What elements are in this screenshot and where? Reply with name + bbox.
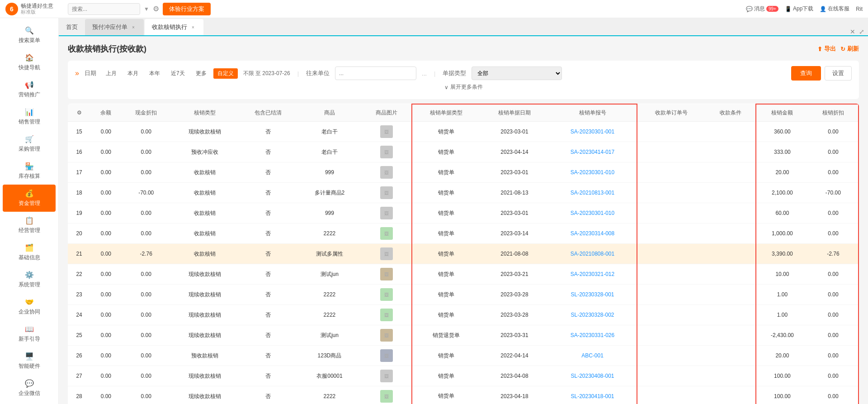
export-btn[interactable]: ⬆ 导出: [817, 45, 836, 53]
tab-expand-icon[interactable]: ⤢: [859, 28, 864, 35]
cell-writeoff-date: 2021-08-13: [481, 183, 548, 203]
cell-writeoff-no: SA-20230314-008: [548, 223, 637, 244]
sidebar-item-system[interactable]: ⚙️ 系统管理: [0, 266, 58, 293]
gear-icon[interactable]: ⚙: [153, 5, 159, 13]
sidebar-item-wechat[interactable]: 💬 企业微信: [0, 375, 58, 402]
cell-writeoff-discount: 0.00: [808, 122, 859, 142]
cell-balance: 0.00: [90, 183, 121, 203]
user-avatar[interactable]: Rit: [856, 6, 863, 12]
sidebar-item-quicknav[interactable]: 🏠 快捷导航: [0, 49, 58, 76]
date-btn-this-year[interactable]: 本年: [145, 68, 164, 79]
sidebar-item-finance[interactable]: 💰 资金管理: [3, 185, 56, 212]
tab-prepay[interactable]: 预付冲应付单 ×: [85, 19, 144, 35]
sidebar-item-label: 库存核算: [19, 172, 40, 180]
guide-icon: 📖: [25, 325, 34, 333]
refresh-btn[interactable]: ↻ 刷新: [840, 45, 859, 53]
top-right: 💬 消息 99+ 📱 App下载 👤 在线客服 Rit: [746, 5, 863, 13]
sidebar-item-corp[interactable]: 🤝 企业协同: [0, 293, 58, 320]
sidebar-item-member[interactable]: V 畅会员: [0, 402, 58, 404]
cell-writeoff-discount: -70.00: [808, 183, 859, 203]
writeoff-no-link[interactable]: SA-20230331-026: [571, 332, 614, 338]
tab-home[interactable]: 首页: [59, 19, 85, 35]
cell-product-img: 🖼: [362, 162, 412, 183]
writeoff-no-link[interactable]: SA-20230301-010: [571, 210, 614, 216]
tab-collection-close[interactable]: ×: [190, 24, 196, 30]
setting-button[interactable]: 设置: [825, 66, 852, 81]
sidebar-item-hardware[interactable]: 🖥️ 智能硬件: [0, 347, 58, 375]
sidebar-item-inventory[interactable]: 🏪 库存核算: [0, 157, 58, 185]
date-btn-more[interactable]: 更多: [192, 68, 211, 79]
writeoff-no-link[interactable]: SA-20210813-001: [571, 190, 614, 196]
industry-btn[interactable]: 体验行业方案: [163, 3, 211, 15]
cell-writeoff-no: SL-20230418-001: [548, 386, 637, 404]
th-settings[interactable]: ⚙: [68, 104, 90, 122]
cell-cash-discount: 0.00: [122, 305, 171, 325]
th-writeoff-no: 核销单报号: [548, 104, 637, 122]
filter-date-btns: 上月 本月 本年 近7天 更多 自定义: [102, 68, 238, 79]
message-item[interactable]: 💬 消息 99+: [746, 5, 778, 13]
writeoff-no-link[interactable]: SA-20230414-017: [571, 149, 614, 155]
cell-rownum: 23: [68, 285, 90, 305]
product-thumb: 🖼: [380, 166, 393, 179]
date-btn-last-month[interactable]: 上月: [102, 68, 121, 79]
expand-more-btn[interactable]: ∨ 展开更多条件: [75, 81, 852, 94]
writeoff-no-link[interactable]: SA-20230301-001: [571, 128, 614, 135]
cell-receipt-order-no: [637, 386, 706, 404]
dropdown-arrow-icon[interactable]: ▼: [144, 6, 149, 12]
writeoff-no-link[interactable]: SL-20230328-002: [571, 312, 614, 318]
date-range-text: 不限 至 2023-07-26: [243, 70, 290, 77]
date-label: 日期: [85, 69, 96, 77]
cell-receipt-order-no: [637, 122, 706, 142]
sidebar-item-search[interactable]: 🔍 搜索菜单: [0, 22, 58, 49]
writeoff-no-link[interactable]: SL-20230418-001: [571, 393, 614, 399]
tab-prepay-close[interactable]: ×: [130, 24, 137, 30]
writeoff-no-link[interactable]: ABC-001: [581, 352, 604, 359]
cell-writeoff-amount: 1,000.00: [756, 223, 808, 244]
writeoff-no-link[interactable]: SA-20210808-001: [571, 251, 614, 257]
expand-arrow-btn[interactable]: »: [75, 69, 79, 77]
sidebar-item-purchase[interactable]: 🛒 采购管理: [0, 130, 58, 157]
sidebar-item-basic[interactable]: 🗂️ 基础信息: [0, 239, 58, 266]
cell-writeoff-voucher-type: 销货单: [412, 183, 481, 203]
tab-collection-label: 收款核销执行: [152, 23, 187, 31]
cell-product: 测试jun: [297, 264, 361, 285]
partner-input[interactable]: [335, 67, 416, 80]
cell-product-img: 🖼: [362, 264, 412, 285]
partner-ellipsis: ...: [422, 70, 427, 77]
sidebar-item-guide[interactable]: 📖 新手引导: [0, 320, 58, 347]
date-btn-custom[interactable]: 自定义: [213, 68, 238, 79]
page-title-actions: ⬆ 导出 ↻ 刷新: [817, 45, 859, 53]
writeoff-no-link[interactable]: SA-20230314-008: [571, 230, 614, 237]
voucher-type-select[interactable]: 全部 销货单: [472, 67, 562, 80]
tab-collection[interactable]: 收款核销执行 ×: [145, 19, 203, 35]
cell-writeoff-type: 现续收款核销: [171, 122, 239, 142]
cell-writeoff-date: 2023-03-28: [481, 305, 548, 325]
date-btn-7days[interactable]: 近7天: [167, 68, 189, 79]
search-input[interactable]: [68, 3, 140, 15]
query-button[interactable]: 查询: [791, 66, 821, 81]
sidebar-item-label: 资金管理: [19, 200, 40, 207]
tab-close-all-icon[interactable]: ✕: [850, 28, 855, 35]
cell-receipt-condition: [706, 346, 756, 366]
writeoff-no-link[interactable]: SL-20230328-001: [571, 291, 614, 298]
writeoff-no-link[interactable]: SA-20230301-010: [571, 169, 614, 176]
sidebar-item-marketing[interactable]: 📢 营销推广: [0, 76, 58, 103]
th-writeoff-type: 核销类型: [171, 104, 239, 122]
writeoff-no-link[interactable]: SA-20230321-012: [571, 271, 614, 277]
th-product-img: 商品图片: [362, 104, 412, 122]
app-download-item[interactable]: 📱 App下载: [785, 5, 813, 13]
cell-writeoff-voucher-type: 销货单: [412, 142, 481, 162]
online-support-item[interactable]: 👤 在线客服: [820, 5, 849, 13]
sidebar-item-operation[interactable]: 📋 经营管理: [0, 212, 58, 239]
cell-rownum: 19: [68, 203, 90, 223]
sidebar-item-label: 营销推广: [19, 91, 40, 99]
cell-writeoff-amount: -2,430.00: [756, 325, 808, 346]
cell-product-img: 🖼: [362, 346, 412, 366]
sidebar-item-sales[interactable]: 📊 销售管理: [0, 103, 58, 130]
cell-include-settled: 否: [239, 122, 297, 142]
writeoff-no-link[interactable]: SL-20230408-001: [571, 373, 614, 379]
date-btn-this-month[interactable]: 本月: [123, 68, 142, 79]
product-thumb: 🖼: [380, 390, 393, 403]
cell-writeoff-type: 现续收款核销: [171, 366, 239, 386]
expand-icon: ∨: [444, 84, 448, 90]
